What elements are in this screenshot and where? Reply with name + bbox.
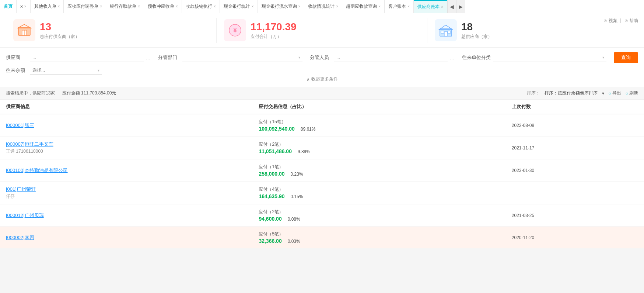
- supplier-link-5[interactable]: [000012]广州贝瑞: [6, 212, 259, 219]
- help-icon: ⊙: [624, 18, 628, 23]
- nav-next-arrow[interactable]: ▶: [456, 0, 465, 13]
- nav-prepay-label: 预收冲应收单: [148, 3, 174, 10]
- supplier-id-3: [000100]: [6, 168, 25, 173]
- nav-bank[interactable]: 银行存取款单 ×: [106, 0, 144, 13]
- payable-count-4: 应付（4笔）: [259, 186, 511, 193]
- dept-select-wrapper[interactable]: ▾: [182, 54, 303, 62]
- summary-text-suppliers: 13 总应付供应商（家）: [40, 21, 80, 40]
- nav-tab-3-close[interactable]: ×: [24, 4, 27, 8]
- dept-filter-label: 分管部门: [158, 54, 180, 61]
- help-label: 帮助: [629, 18, 638, 23]
- payable-percent-2: 9.89%: [298, 149, 310, 154]
- filter-section: 供应商 … 分管部门 ▾ 分管人员 … 往来单位分类 ▾ 查询: [0, 48, 644, 87]
- balance-select-wrapper[interactable]: ▾: [30, 66, 102, 75]
- payable-row-5: 94,600.00 0.08%: [259, 216, 511, 222]
- nav-home-label: 首页: [4, 3, 13, 10]
- supplier-info-6: [000002]李四: [6, 234, 259, 241]
- table-row: [000002]李四 应付（5笔） 32,366.00 0.03% 2020-1…: [0, 227, 644, 249]
- result-info-supplier: 搜索结果中，供应商13家: [6, 90, 55, 96]
- supplier-link-1[interactable]: [000001]张三: [6, 122, 259, 129]
- collapse-button[interactable]: ∧ 收起更多条件: [307, 76, 338, 82]
- nav-collect[interactable]: 收款核销执行 ×: [182, 0, 220, 13]
- nav-adjust[interactable]: 应收应付调整单 ×: [64, 0, 106, 13]
- supplier-sub-2: 王通 17106110000: [6, 148, 259, 155]
- supplier-info-5: [000012]广州贝瑞: [6, 212, 259, 219]
- balance-chevron-icon: ▾: [98, 68, 99, 72]
- dept-input[interactable]: [185, 55, 299, 60]
- filter-supplier: 供应商 …: [6, 54, 151, 62]
- video-link[interactable]: ⊙ 视频: [603, 18, 617, 24]
- refresh-link[interactable]: ○ 刷新: [626, 90, 638, 96]
- last-pay-3: 2023-01-30: [512, 168, 638, 173]
- supplier-link-3[interactable]: [000100]本特勤油品有限公司: [6, 167, 259, 174]
- category-select-wrapper[interactable]: ▾: [493, 54, 607, 62]
- result-actions: 排序： 排序：按应付余额倒序排序 ▾ ○ 导出 ○ 刷新: [527, 90, 638, 96]
- nav-adjust-close[interactable]: ×: [100, 4, 102, 8]
- table-row: [000001]张三 应付（15笔） 100,092,540.00 89.61%…: [0, 114, 644, 137]
- payable-amount-3: 258,000.00: [259, 171, 284, 177]
- help-link[interactable]: ⊙ 帮助: [624, 18, 638, 24]
- summary-card-suppliers: 13 总应付供应商（家）: [6, 18, 217, 43]
- nav-customer-book-close[interactable]: ×: [407, 4, 410, 8]
- supplier-id-6: [000002]: [6, 235, 25, 240]
- export-circle-icon: ○: [609, 91, 611, 96]
- nav-cash-stat[interactable]: 现金银行统计 ×: [220, 0, 258, 13]
- nav-prev-arrow[interactable]: ◀: [447, 0, 456, 13]
- payable-info-2: 应付（2笔） 11,051,486.00 9.89%: [259, 141, 511, 154]
- nav-other-income[interactable]: 其他收入单 ×: [31, 0, 64, 13]
- supplier-more-icon[interactable]: …: [146, 55, 151, 61]
- supplier-filter-label: 供应商: [6, 54, 28, 61]
- result-bar: 搜索结果中，供应商13家 应付金额 111,703,854.00元 排序： 排序…: [0, 87, 644, 100]
- nav-overdue-close[interactable]: ×: [378, 4, 381, 8]
- payable-row-4: 164,635.90 0.15%: [259, 193, 511, 199]
- supplier-link-6[interactable]: [000002]李四: [6, 234, 259, 241]
- category-input[interactable]: [495, 55, 603, 60]
- sort-value[interactable]: 排序：按应付余额倒序排序: [545, 90, 598, 96]
- refresh-label: 刷新: [629, 90, 638, 96]
- payable-amount-4: 164,635.90: [259, 193, 284, 199]
- separator: |: [620, 18, 622, 24]
- nav-cash-flow[interactable]: 现金银行流水查询 ×: [258, 0, 305, 13]
- supplier-link-4[interactable]: [001]广州荣轩: [6, 186, 259, 193]
- person-more-icon[interactable]: …: [450, 55, 455, 61]
- person-input[interactable]: [334, 54, 448, 62]
- payable-percent-1: 89.61%: [301, 127, 316, 132]
- sort-chevron-icon: ▾: [602, 91, 604, 96]
- payable-count-6: 应付（5笔）: [259, 231, 511, 237]
- nav-supplier-book-close[interactable]: ×: [441, 5, 443, 9]
- nav-cash-stat-close[interactable]: ×: [252, 4, 254, 8]
- supplier-info-4: [001]广州荣轩 仔仔: [6, 186, 259, 200]
- nav-home[interactable]: 首页: [0, 0, 17, 13]
- video-label: 视频: [609, 18, 617, 23]
- nav-cash-flow-close[interactable]: ×: [298, 4, 301, 8]
- nav-overdue[interactable]: 超期应收款查询 ×: [342, 0, 385, 13]
- nav-customer-book[interactable]: 客户账本 ×: [385, 0, 414, 13]
- nav-supplier-book[interactable]: 供应商账本 ×: [414, 0, 447, 13]
- nav-adjust-label: 应收应付调整单: [67, 3, 98, 10]
- nav-receipt-stat-close[interactable]: ×: [336, 4, 338, 8]
- supplier-input[interactable]: [30, 54, 144, 62]
- total-suppliers-label: 总供应商（家）: [461, 34, 492, 40]
- nav-prepay-close[interactable]: ×: [176, 4, 178, 8]
- supplier-link-2[interactable]: [000007]恒旺二手叉车: [6, 141, 259, 148]
- table-header: 供应商信息 应付交易信息（占比） 上次付数: [0, 100, 644, 114]
- payable-count-2: 应付（2笔）: [259, 141, 511, 148]
- query-button[interactable]: 查询: [614, 52, 638, 63]
- nav-tab-3[interactable]: 3 ×: [17, 0, 31, 13]
- payable-count-3: 应付（1笔）: [259, 164, 511, 170]
- nav-collect-close[interactable]: ×: [214, 4, 216, 8]
- nav-bank-close[interactable]: ×: [138, 4, 140, 8]
- payable-count-5: 应付（2笔）: [259, 209, 511, 215]
- col-header-lastpay: 上次付数: [512, 103, 638, 110]
- summary-text-amount: 11,170.39 应付合计（万）: [251, 21, 297, 40]
- nav-receipt-stat[interactable]: 收款情况统计 ×: [304, 0, 342, 13]
- supplier-info-1: [000001]张三: [6, 122, 259, 129]
- nav-other-income-close[interactable]: ×: [58, 4, 60, 8]
- balance-input[interactable]: [32, 68, 98, 73]
- table-row: [000100]本特勤油品有限公司 应付（1笔） 258,000.00 0.23…: [0, 159, 644, 182]
- export-link[interactable]: ○ 导出: [609, 90, 621, 96]
- nav-prepay[interactable]: 预收冲应收单 ×: [144, 0, 182, 13]
- payable-percent-4: 0.15%: [290, 194, 303, 199]
- payable-row-1: 100,092,540.00 89.61%: [259, 126, 511, 132]
- store-icon: [435, 19, 457, 41]
